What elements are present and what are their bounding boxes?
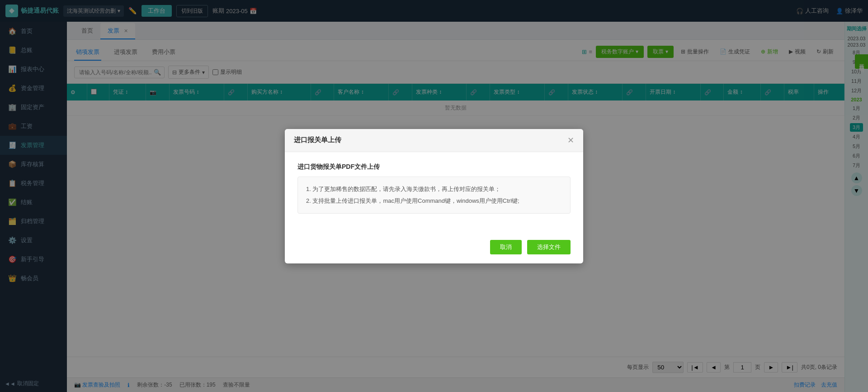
modal-cancel-button[interactable]: 取消 [490, 240, 522, 254]
modal-header: 进口报关单上传 ✕ [285, 129, 583, 152]
modal-info-item-1: 1. 为了更加稀售的数据匹配，请先录入海关缴款书，再上传对应的报关单； [306, 183, 562, 195]
modal-info-box: 1. 为了更加稀售的数据匹配，请先录入海关缴款书，再上传对应的报关单； 2. 支… [297, 177, 571, 214]
modal-section-title: 进口货物报关单PDF文件上传 [297, 163, 571, 171]
modal-close-button[interactable]: ✕ [567, 135, 574, 145]
modal-overlay[interactable]: 进口报关单上传 ✕ 进口货物报关单PDF文件上传 1. 为了更加稀售的数据匹配，… [0, 0, 868, 392]
modal-title: 进口报关单上传 [294, 136, 341, 144]
modal-select-file-button[interactable]: 选择文件 [527, 240, 571, 254]
modal-info-item-2: 2. 支持批量上传进口报关单，mac用户使用Command键，windows用户… [306, 195, 562, 207]
import-customs-modal: 进口报关单上传 ✕ 进口货物报关单PDF文件上传 1. 为了更加稀售的数据匹配，… [285, 129, 583, 263]
modal-body: 进口货物报关单PDF文件上传 1. 为了更加稀售的数据匹配，请先录入海关缴款书，… [285, 152, 583, 234]
modal-footer: 取消 选择文件 [285, 234, 583, 263]
